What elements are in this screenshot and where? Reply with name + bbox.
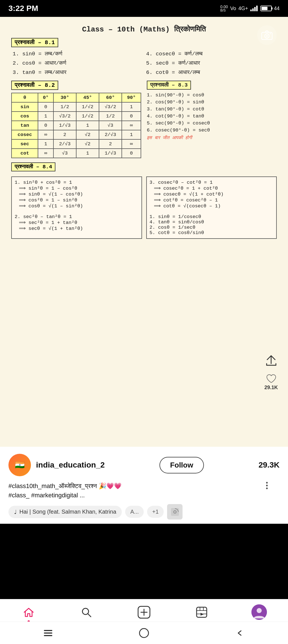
nav-profile[interactable] — [251, 604, 267, 620]
status-bar: 3:22 PM 0.00 B/S Vo 4G+ 44 — [0, 0, 288, 17]
like-button[interactable]: 29.1K — [263, 374, 280, 391]
table-row: tan 0 1/√3 1 √3 ∞ — [12, 121, 141, 130]
avatar[interactable]: 🇮🇳 — [8, 454, 31, 476]
system-back-button[interactable] — [232, 625, 248, 641]
def-6: 6. cotθ = आधार/लम्ब — [145, 69, 277, 76]
nav-add[interactable] — [136, 604, 152, 620]
def-3: 3. tanθ = लम्ब/आधार — [11, 69, 143, 76]
music-extra-1[interactable]: A... — [125, 506, 144, 518]
notes-title: Class – 10th (Maths) त्रिकोणमिति — [11, 25, 277, 34]
svg-point-13 — [174, 511, 176, 513]
svg-rect-0 — [250, 10, 252, 11]
id-left-6: 2. sec²θ – tan²θ = 1 — [15, 214, 139, 219]
trig-table-section-8-2: प्रश्नावली – 8.2 θ 0° 30° 45° 60° 90° — [11, 81, 141, 158]
search-icon — [79, 604, 94, 620]
music-extra-2[interactable]: +1 — [147, 506, 164, 518]
status-icons: 0.00 B/S Vo 4G+ 44 — [220, 5, 280, 12]
battery-icon — [260, 6, 272, 11]
svg-point-19 — [257, 608, 262, 613]
comp-item-5: 5. sec(90°-θ) = cosecθ — [147, 121, 277, 126]
id-left-1: 1. sin²θ + cos²θ = 1 — [15, 180, 139, 185]
id-left-7: ⟹ sec²θ = 1 + tan²θ — [19, 219, 139, 225]
add-icon — [136, 604, 152, 620]
id-right-3: ⟹ cosecθ = √(1 + cot²θ) — [154, 191, 274, 197]
network-speed: 0.00 B/S — [220, 5, 228, 12]
table-row: cot ∞ √3 1 1/√3 0 — [12, 149, 141, 158]
music-thumbnail[interactable] — [167, 504, 183, 520]
identity-right: 3. cosec²θ – cot²θ = 1 ⟹ cosec²θ = 1 + c… — [146, 176, 277, 239]
system-menu-button[interactable] — [40, 625, 56, 641]
id-left-8: ⟹ secθ = √(1 + tan²θ) — [19, 225, 139, 231]
music-pill[interactable]: ♩ Hai | Song (feat. Salman Khan, Katrina — [8, 506, 122, 518]
comp-item-2: 2. cos(90°-θ) = sinθ — [147, 99, 277, 105]
svg-rect-2 — [254, 7, 256, 11]
id-right-8: 2. cosθ = 1/secθ — [150, 225, 274, 230]
math-notes-content: Class – 10th (Maths) त्रिकोणमिति प्रश्ना… — [0, 17, 288, 447]
nav-home[interactable] — [21, 604, 37, 623]
trig-values-table: θ 0° 30° 45° 60° 90° sin 0 1/2 — [11, 93, 141, 158]
bottom-panel: 🇮🇳 india_education_2 Follow 29.3K #class… — [0, 447, 288, 524]
section-8-3-label: प्रश्नावली – 8.3 — [147, 81, 191, 90]
section-8-4: प्रश्नावली – 8.4 1. sin²θ + cos²θ = 1 ⟹ … — [11, 162, 277, 239]
table-row: sin 0 1/2 1/√2 √3/2 1 — [12, 102, 141, 112]
table-row: sec 1 2/√3 √2 2 ∞ — [12, 139, 141, 149]
id-right-2: ⟹ cosec²θ = 1 + cot²θ — [154, 185, 274, 191]
identities-grid: 1. sin²θ + cos²θ = 1 ⟹ sin²θ = 1 – cos²θ… — [11, 176, 277, 239]
signal-icon — [250, 6, 258, 11]
def-5: 5. secθ = कर्ण/आधार — [145, 59, 277, 67]
definitions-grid: 1. sinθ = लम्ब/कर्ण 4. cosecθ = कर्ण/लम्… — [11, 50, 277, 76]
svg-marker-17 — [201, 613, 204, 616]
table-row: cos 1 √3/2 1/√2 1/2 0 — [12, 112, 141, 121]
id-left-2: ⟹ sin²θ = 1 – cos²θ — [19, 185, 139, 191]
comp-item-4: 4. cot(90°-θ) = tanθ — [147, 114, 277, 119]
svg-rect-1 — [252, 8, 254, 11]
username[interactable]: india_education_2 — [36, 461, 105, 470]
nav-search[interactable] — [79, 604, 94, 620]
svg-rect-20 — [44, 630, 52, 631]
like-count: 29.1K — [264, 385, 278, 391]
svg-rect-16 — [197, 607, 207, 617]
section-8-1-label: प्रश्नावली – 8.1 — [11, 38, 58, 47]
trig-sections: प्रश्नावली – 8.2 θ 0° 30° 45° 60° 90° — [11, 81, 277, 158]
post-likes-count: 29.3K — [258, 461, 280, 470]
def-4: 4. cosecθ = कर्ण/लम्ब — [145, 50, 277, 58]
table-row: cosec ∞ 2 √2 2/√3 1 — [12, 130, 141, 139]
svg-point-7 — [270, 33, 271, 34]
id-right-7: 4. tanθ = sinθ/cosθ — [150, 219, 274, 225]
section-8-3: प्रश्नावली – 8.3 1. sin(90°-θ) = cosθ 2.… — [147, 81, 277, 158]
id-right-9: 5. cotθ = cosθ/sinθ — [150, 230, 274, 235]
svg-rect-22 — [44, 635, 52, 636]
svg-rect-3 — [256, 6, 258, 11]
status-time: 3:22 PM — [8, 4, 38, 13]
post-image[interactable]: Class – 10th (Maths) त्रिकोणमिति प्रश्ना… — [0, 17, 288, 447]
identity-left: 1. sin²θ + cos²θ = 1 ⟹ sin²θ = 1 – cos²θ… — [11, 176, 142, 239]
id-right-5: ⟹ cotθ = √(cosecθ – 1) — [154, 203, 274, 209]
more-options-button[interactable] — [263, 481, 271, 490]
user-info: 🇮🇳 india_education_2 — [8, 454, 105, 476]
svg-point-10 — [266, 487, 268, 489]
section-8-2-label: प्रश्नावली – 8.2 — [11, 81, 58, 90]
nav-reels[interactable] — [194, 604, 209, 620]
comp-item-1: 1. sin(90°-θ) = cosθ — [147, 92, 277, 98]
system-home-button[interactable] — [136, 625, 152, 641]
id-right-4: ⟹ cot²θ = cosec²θ – 1 — [154, 197, 274, 203]
music-note-icon: ♩ — [14, 509, 17, 515]
camera-button[interactable] — [257, 25, 277, 45]
def-2: 2. cosθ = आधार/कर्ण — [11, 59, 143, 67]
caption-row: #class10th_math_ऑब्जेक्टिव_प्रश्न 🎉💗💗 #c… — [8, 481, 280, 500]
svg-point-9 — [266, 485, 268, 486]
music-label: Hai | Song (feat. Salman Khan, Katrina — [19, 509, 116, 515]
share-button[interactable] — [263, 351, 280, 368]
reels-icon — [194, 604, 209, 620]
vo-indicator: Vo — [230, 6, 236, 12]
comp-item-6: 6. cosec(90°-θ) = secθ — [147, 128, 277, 133]
svg-rect-21 — [44, 632, 52, 634]
id-left-4: ⟹ cos²θ = 1 – sin²θ — [19, 197, 139, 203]
right-actions: 29.1K — [263, 351, 280, 391]
comp-item-3: 3. tan(90°-θ) = cotθ — [147, 106, 277, 112]
id-left-5: ⟹ cosθ = √(1 – sin²θ) — [19, 203, 139, 209]
profile-avatar — [251, 604, 267, 620]
id-right-1: 3. cosec²θ – cot²θ = 1 — [150, 180, 274, 185]
follow-button[interactable]: Follow — [159, 457, 204, 473]
svg-point-8 — [266, 482, 268, 484]
